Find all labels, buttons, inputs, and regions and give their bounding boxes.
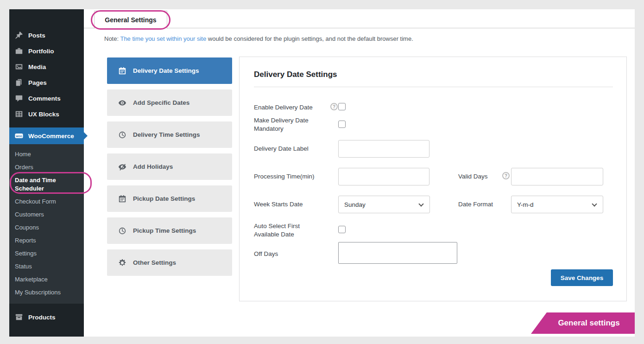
make-mandatory-checkbox[interactable] <box>338 121 346 128</box>
enable-delivery-date-label: Enable Delivery Date <box>254 103 328 112</box>
submenu-item-settings[interactable]: Settings <box>9 247 84 260</box>
sidebar-item-woocommerce[interactable]: WOO WooCommerce <box>9 127 84 144</box>
settings-tabbar: General Settings <box>84 9 635 28</box>
settings-tab-label: Pickup Time Settings <box>133 227 196 234</box>
screenshot-stage: Posts Portfolio Media Pages Comments UX <box>0 0 644 344</box>
settings-tab-add-holidays[interactable]: Add Holidays <box>107 153 232 180</box>
woocommerce-icon: WOO <box>15 132 23 140</box>
sidebar-item-label: Pages <box>28 79 47 86</box>
sidebar-item-label: Posts <box>28 32 45 39</box>
submenu-item-coupons[interactable]: Coupons <box>9 221 84 234</box>
settings-tab-label: Other Settings <box>133 259 176 266</box>
auto-select-checkbox[interactable] <box>338 226 346 233</box>
sidebar-item-portfolio[interactable]: Portfolio <box>9 43 84 59</box>
settings-tab-other-settings[interactable]: Other Settings <box>107 249 232 276</box>
submenu-item-status[interactable]: Status <box>9 260 84 273</box>
settings-tab-label: Add Specific Dates <box>133 99 189 106</box>
sidebar-item-products[interactable]: Products <box>9 309 84 325</box>
chevron-down-icon <box>418 201 423 206</box>
chevron-down-icon <box>592 201 597 206</box>
enable-delivery-date-checkbox[interactable] <box>338 103 346 110</box>
save-changes-button[interactable]: Save Changes <box>551 269 613 286</box>
submenu-item-reports[interactable]: Reports <box>9 234 84 247</box>
submenu-item-my-subscriptions[interactable]: My Subscriptions <box>9 286 84 299</box>
clock-icon <box>118 227 126 235</box>
clock-icon <box>118 131 126 139</box>
week-starts-date-label: Week Starts Date <box>254 200 328 209</box>
settings-tab-label: Add Holidays <box>133 163 173 170</box>
auto-select-label: Auto Select First Available Date <box>254 222 314 239</box>
settings-tab-pickup-date-settings[interactable]: Pickup Date Settings <box>107 185 232 212</box>
sidebar-item-pages[interactable]: Pages <box>9 75 84 90</box>
delivery-date-settings-panel: Delivery Date Settings Enable Delivery D… <box>239 57 627 301</box>
sidebar-item-comments[interactable]: Comments <box>9 90 84 106</box>
sidebar-item-label: Products <box>28 314 56 321</box>
settings-tab-label: Delivery Time Settings <box>133 131 200 138</box>
woocommerce-submenu: Home Orders Date and Time Scheduler Chec… <box>9 144 84 304</box>
select-value: Sunday <box>344 201 366 208</box>
submenu-item-checkout-form[interactable]: Checkout Form <box>9 195 84 208</box>
pin-icon <box>15 31 23 39</box>
submenu-item-home[interactable]: Home <box>9 148 84 161</box>
processing-time-input[interactable] <box>338 168 429 185</box>
delivery-date-label-label: Delivery Date Label <box>254 145 328 153</box>
panel-title: Delivery Date Settings <box>254 70 337 79</box>
delivery-date-label-input[interactable] <box>338 140 429 158</box>
submenu-item-marketplace[interactable]: Marketplace <box>9 273 84 286</box>
media-icon <box>15 63 23 71</box>
eye-slash-icon <box>118 163 126 171</box>
settings-tab-delivery-time-settings[interactable]: Delivery Time Settings <box>107 121 232 148</box>
calendar-icon <box>118 67 126 75</box>
wp-admin-window: Posts Portfolio Media Pages Comments UX <box>9 9 635 337</box>
gear-icon <box>118 259 126 267</box>
admin-sidebar: Posts Portfolio Media Pages Comments UX <box>9 9 84 337</box>
general-settings-ribbon: General settings <box>531 312 635 334</box>
note-suffix: would be considered for the plugin setti… <box>206 35 413 42</box>
processing-time-label: Processing Time(min) <box>254 172 328 181</box>
pages-icon <box>15 78 23 87</box>
submenu-item-orders[interactable]: Orders <box>9 161 84 174</box>
settings-section-tabs: Delivery Date Settings Add Specific Date… <box>107 57 232 276</box>
sidebar-item-label: WooCommerce <box>28 133 74 140</box>
sidebar-item-media[interactable]: Media <box>9 59 84 75</box>
sidebar-item-posts[interactable]: Posts <box>9 27 84 43</box>
settings-tab-pickup-time-settings[interactable]: Pickup Time Settings <box>107 217 232 244</box>
calendar-icon <box>118 195 126 203</box>
menu-separator <box>9 122 84 127</box>
submenu-item-date-and-time-scheduler[interactable]: Date and Time Scheduler <box>9 174 84 195</box>
settings-tab-delivery-date-settings[interactable]: Delivery Date Settings <box>107 57 232 84</box>
week-starts-date-select[interactable]: Sunday <box>338 196 430 213</box>
select-value: Y-m-d <box>517 201 534 208</box>
sidebar-item-label: Comments <box>28 95 61 102</box>
comment-icon <box>15 94 23 102</box>
valid-days-input[interactable] <box>511 168 603 185</box>
active-menu-arrow-icon <box>84 132 88 140</box>
archive-box-icon <box>15 313 23 321</box>
sidebar-item-ux-blocks[interactable]: UX Blocks <box>9 106 84 122</box>
help-icon[interactable]: ? <box>502 172 510 179</box>
valid-days-label: Valid Days <box>458 172 488 181</box>
date-format-select[interactable]: Y-m-d <box>511 196 603 213</box>
off-days-input[interactable] <box>338 242 457 264</box>
sidebar-item-label: Media <box>28 64 46 70</box>
settings-tab-label: Delivery Date Settings <box>133 67 199 74</box>
submenu-item-customers[interactable]: Customers <box>9 208 84 221</box>
off-days-label: Off Days <box>254 250 328 258</box>
tab-general-settings[interactable]: General Settings <box>94 11 167 29</box>
sidebar-item-label: Portfolio <box>28 48 54 55</box>
timezone-note: Note: The time you set within your site … <box>104 35 413 42</box>
help-icon[interactable]: ? <box>330 103 338 110</box>
briefcase-icon <box>15 47 23 55</box>
plugin-settings-page: General Settings Note: The time you set … <box>84 9 635 337</box>
note-prefix: Note: <box>104 35 120 42</box>
settings-tab-add-specific-dates[interactable]: Add Specific Dates <box>107 89 232 116</box>
divider <box>254 87 613 87</box>
sidebar-item-label: UX Blocks <box>28 111 59 118</box>
grid-icon <box>15 110 23 118</box>
make-mandatory-label: Make Delivery Date Mandatory <box>254 116 323 133</box>
settings-tab-label: Pickup Date Settings <box>133 195 195 202</box>
note-link[interactable]: The time you set within your site <box>120 35 206 42</box>
date-format-label: Date Format <box>458 200 493 209</box>
eye-icon <box>118 99 126 107</box>
svg-text:WOO: WOO <box>16 135 22 138</box>
